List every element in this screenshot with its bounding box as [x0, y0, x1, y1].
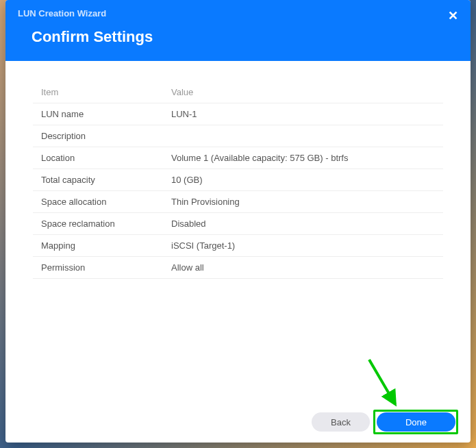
page-title: Confirm Settings: [5, 25, 471, 61]
cell-item: Description: [33, 125, 163, 147]
wizard-header: LUN Creation Wizard Confirm Settings ✕: [5, 0, 471, 61]
table-row: Total capacity 10 (GB): [33, 169, 443, 191]
cell-item: Space allocation: [33, 191, 163, 213]
cell-item: Total capacity: [33, 169, 163, 191]
col-header-value: Value: [163, 82, 443, 103]
table-row: Mapping iSCSI (Target-1): [33, 235, 443, 257]
close-icon[interactable]: ✕: [445, 7, 461, 25]
content-area: Item Value LUN name LUN-1 Description Lo…: [5, 61, 471, 401]
wizard-title: LUN Creation Wizard: [5, 0, 471, 25]
back-button[interactable]: Back: [312, 412, 370, 432]
cell-value: Volume 1 (Available capacity: 575 GB) - …: [163, 147, 443, 169]
cell-value: [163, 125, 443, 147]
done-button[interactable]: Done: [377, 412, 455, 432]
cell-value: 10 (GB): [163, 169, 443, 191]
table-row: Space allocation Thin Provisioning: [33, 191, 443, 213]
table-row: Permission Allow all: [33, 257, 443, 279]
table-row: Location Volume 1 (Available capacity: 5…: [33, 147, 443, 169]
wizard-footer: Back Done: [5, 401, 471, 443]
cell-value: Disabled: [163, 213, 443, 235]
cell-item: Location: [33, 147, 163, 169]
cell-item: Mapping: [33, 235, 163, 257]
wizard-window: LUN Creation Wizard Confirm Settings ✕ I…: [5, 0, 471, 443]
col-header-item: Item: [33, 82, 163, 103]
cell-value: LUN-1: [163, 103, 443, 125]
cell-item: Permission: [33, 257, 163, 279]
table-row: LUN name LUN-1: [33, 103, 443, 125]
cell-value: iSCSI (Target-1): [163, 235, 443, 257]
table-row: Description: [33, 125, 443, 147]
cell-item: Space reclamation: [33, 213, 163, 235]
cell-value: Allow all: [163, 257, 443, 279]
cell-value: Thin Provisioning: [163, 191, 443, 213]
settings-table: Item Value LUN name LUN-1 Description Lo…: [33, 82, 443, 279]
cell-item: LUN name: [33, 103, 163, 125]
table-row: Space reclamation Disabled: [33, 213, 443, 235]
